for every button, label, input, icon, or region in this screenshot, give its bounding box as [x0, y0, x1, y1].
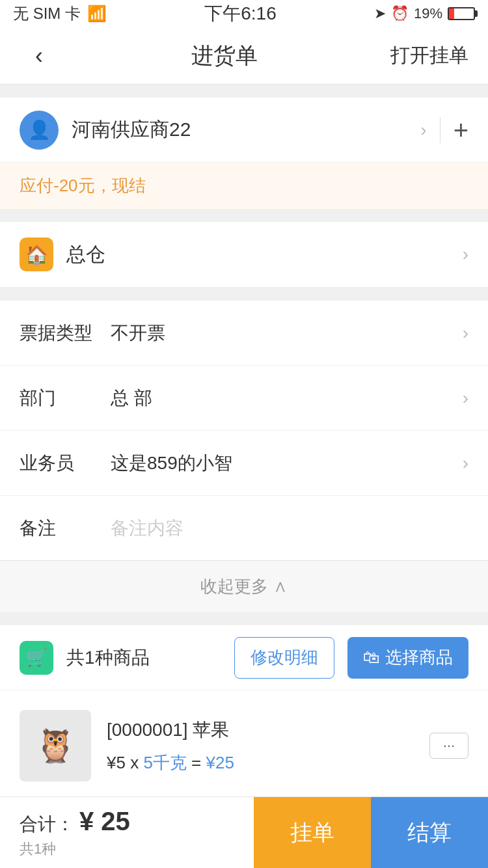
product-code: [0000001] — [107, 720, 188, 740]
products-section: 🛒 共1种商品 修改明细 🛍 选择商品 🦉 [0000001] 苹果 ¥5 x … — [0, 625, 488, 802]
total-amount: ¥ 25 — [79, 807, 130, 836]
cart-icon: 🛒 — [26, 647, 47, 668]
collapse-toggle[interactable]: 收起更多 ∧ — [0, 560, 488, 612]
department-label: 部门 — [20, 386, 111, 411]
hold-button[interactable]: 挂单 — [254, 797, 371, 868]
bottom-bar: 合计： ¥ 25 共1种 挂单 结算 — [0, 796, 488, 868]
product-equals: = — [191, 753, 206, 772]
department-chevron: › — [463, 388, 468, 409]
product-title: 苹果 — [193, 720, 229, 740]
edit-detail-button[interactable]: 修改明细 — [234, 637, 334, 679]
add-button[interactable]: + — [454, 117, 468, 143]
divider — [440, 117, 441, 143]
invoice-type-chevron: › — [463, 323, 468, 344]
back-button[interactable]: ‹ — [20, 36, 59, 75]
product-total: ¥25 — [206, 753, 234, 772]
warehouse-row[interactable]: 🏠 总仓 › — [0, 222, 488, 287]
products-count: 共1种商品 — [66, 645, 234, 670]
product-price: ¥5 x 5千克 = ¥25 — [107, 752, 429, 774]
salesperson-row[interactable]: 业务员 这是859的小智 › — [0, 430, 488, 495]
total-section: 合计： ¥ 25 共1种 — [0, 797, 254, 868]
products-icon: 🛒 — [20, 641, 53, 675]
status-time: 下午6:16 — [204, 1, 277, 26]
product-more-button[interactable]: ··· — [429, 733, 468, 759]
products-buttons: 修改明细 🛍 选择商品 — [234, 637, 468, 679]
battery-icon — [448, 7, 475, 20]
supplier-section: 👤 河南供应商22 › + 应付-20元，现结 — [0, 98, 488, 209]
supplier-row[interactable]: 👤 河南供应商22 › + — [0, 98, 488, 163]
open-hold-button[interactable]: 打开挂单 — [390, 42, 468, 69]
product-unit-price: ¥5 — [107, 753, 126, 772]
warehouse-section: 🏠 总仓 › — [0, 222, 488, 287]
form-section: 票据类型 不开票 › 部门 总 部 › 业务员 这是859的小智 › 备注 备注… — [0, 300, 488, 560]
department-row[interactable]: 部门 总 部 › — [0, 365, 488, 430]
location-icon: ➤ — [374, 5, 386, 22]
gap-2 — [0, 209, 488, 222]
department-value: 总 部 — [111, 386, 456, 411]
status-bar: 无 SIM 卡 📶 下午6:16 ➤ ⏰ 19% — [0, 0, 488, 27]
battery-text: 19% — [414, 5, 442, 22]
warehouse-name: 总仓 — [66, 241, 463, 268]
product-quantity: 5千克 — [143, 753, 186, 772]
product-name: [0000001] 苹果 — [107, 718, 429, 742]
supplier-chevron: › — [420, 120, 426, 141]
select-product-button[interactable]: 🛍 选择商品 — [347, 637, 468, 679]
supplier-avatar: 👤 — [20, 111, 59, 150]
total-line: 合计： ¥ 25 — [20, 807, 234, 837]
product-multiply: x — [130, 753, 143, 772]
collapse-label: 收起更多 ∧ — [200, 575, 287, 598]
remark-placeholder: 备注内容 — [111, 516, 468, 541]
home-icon: 🏠 — [25, 244, 48, 265]
gap-1 — [0, 85, 488, 98]
product-thumbnail: 🦉 — [20, 710, 91, 781]
page-title: 进货单 — [191, 41, 258, 71]
salesperson-chevron: › — [463, 453, 468, 474]
salesperson-label: 业务员 — [20, 451, 111, 476]
settle-button[interactable]: 结算 — [371, 797, 488, 868]
select-icon: 🛍 — [363, 647, 380, 668]
salesperson-value: 这是859的小智 — [111, 451, 456, 476]
product-item: 🦉 [0000001] 苹果 ¥5 x 5千克 = ¥25 ··· — [0, 690, 488, 802]
status-carrier: 无 SIM 卡 📶 — [13, 3, 107, 24]
alarm-icon: ⏰ — [391, 5, 409, 22]
remark-label: 备注 — [20, 516, 111, 541]
total-label: 合计： — [20, 812, 74, 837]
total-count: 共1种 — [20, 839, 234, 859]
wifi-symbol: 📶 — [87, 5, 107, 23]
select-label: 选择商品 — [385, 646, 453, 669]
nav-bar: ‹ 进货单 打开挂单 — [0, 27, 488, 85]
warehouse-icon: 🏠 — [20, 237, 53, 271]
invoice-type-value: 不开票 — [111, 321, 456, 346]
products-header: 🛒 共1种商品 修改明细 🛍 选择商品 — [0, 625, 488, 690]
supplier-name: 河南供应商22 — [72, 116, 420, 143]
status-right: ➤ ⏰ 19% — [374, 5, 475, 22]
remark-row[interactable]: 备注 备注内容 — [0, 495, 488, 560]
product-info: [0000001] 苹果 ¥5 x 5千克 = ¥25 — [107, 718, 429, 774]
gap-3 — [0, 287, 488, 300]
gap-4 — [0, 612, 488, 625]
invoice-type-row[interactable]: 票据类型 不开票 › — [0, 300, 488, 365]
invoice-type-label: 票据类型 — [20, 321, 111, 346]
warehouse-chevron: › — [463, 244, 468, 265]
carrier-text: 无 SIM 卡 — [13, 3, 81, 24]
avatar-icon: 👤 — [28, 119, 51, 141]
supplier-actions: › + — [420, 117, 468, 143]
product-thumb-icon: 🦉 — [35, 727, 75, 765]
payment-notice: 应付-20元，现结 — [0, 163, 488, 209]
